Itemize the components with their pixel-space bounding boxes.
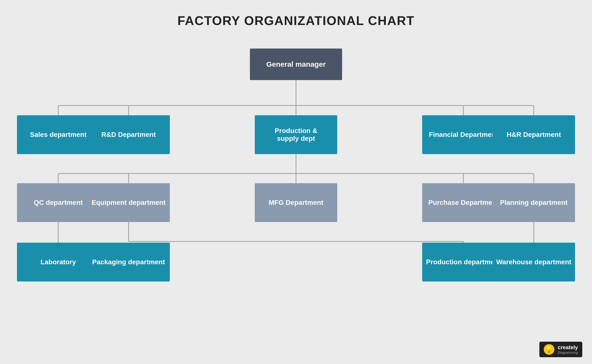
watermark-brand-block: creately Diagramming <box>558 344 578 355</box>
watermark: 💡 creately Diagramming <box>539 342 582 357</box>
page-container: FACTORY ORGANIZATIONAL CHART <box>0 0 592 364</box>
node-mfg: MFG Department <box>255 183 337 222</box>
node-hr: H&R Department <box>493 115 575 154</box>
node-planning: Planning department <box>493 183 575 222</box>
node-packaging: Packaging department <box>87 243 170 281</box>
node-production-supply: Production & supply dept <box>255 115 337 154</box>
chart-area: General manager Sales department R&D Dep… <box>17 35 575 364</box>
node-qc: QC department <box>17 183 99 222</box>
node-rnd: R&D Department <box>87 115 170 154</box>
node-purchase: Purchase Department <box>422 183 505 222</box>
node-sales: Sales department <box>17 115 99 154</box>
watermark-sub: Diagramming <box>558 351 578 355</box>
node-production: Production department <box>422 243 505 281</box>
page-title: FACTORY ORGANIZATIONAL CHART <box>177 13 415 28</box>
watermark-icon: 💡 <box>544 344 554 355</box>
node-general-manager: General manager <box>250 49 342 80</box>
node-laboratory: Laboratory <box>17 243 99 281</box>
node-equipment: Equipment department <box>87 183 170 222</box>
node-financial: Financial Department <box>422 115 505 154</box>
watermark-brand: creately <box>558 344 578 351</box>
node-warehouse: Warehouse department <box>493 243 575 281</box>
